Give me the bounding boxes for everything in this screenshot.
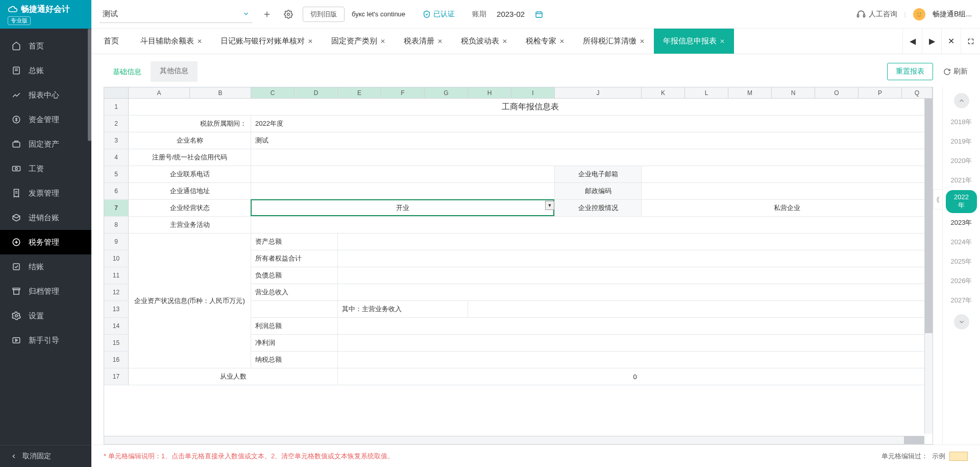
cell[interactable]: 企业控股情况 <box>555 200 642 216</box>
tab-taxlist[interactable]: 税表清册✕ <box>395 29 452 54</box>
tab-closeall[interactable]: ✕ <box>941 29 961 54</box>
tab-fullscreen[interactable] <box>961 29 980 54</box>
col-header[interactable]: A <box>129 87 190 98</box>
tab-home[interactable]: 首页 <box>91 29 131 54</box>
year-item[interactable]: 2027年 <box>943 291 980 310</box>
reset-button[interactable]: 重置报表 <box>887 63 933 80</box>
verified-badge[interactable]: 已认证 <box>423 10 455 19</box>
add-button[interactable] <box>260 7 274 21</box>
nav-home[interactable]: 首页 <box>0 34 91 58</box>
cell[interactable]: 测试 <box>251 132 933 149</box>
cell[interactable]: 资产总额 <box>251 233 338 250</box>
nav-report[interactable]: 报表中心 <box>0 83 91 107</box>
year-item[interactable]: 2019年 <box>943 132 980 151</box>
col-header[interactable]: O <box>815 87 859 98</box>
nav-archive[interactable]: 归档管理 <box>0 279 91 303</box>
support-link[interactable]: 人工咨询 <box>856 10 897 19</box>
col-header[interactable]: C <box>251 87 295 98</box>
year-item[interactable]: 2022年 <box>946 190 977 213</box>
tab-close-icon[interactable]: ✕ <box>197 38 202 45</box>
cell[interactable] <box>338 352 933 368</box>
nav-ledger[interactable]: 总账 <box>0 58 91 83</box>
nav-asset[interactable]: 固定资产 <box>0 132 91 156</box>
col-header[interactable]: L <box>685 87 728 98</box>
tab-close-icon[interactable]: ✕ <box>502 38 507 45</box>
cell[interactable] <box>251 301 338 317</box>
col-header[interactable]: F <box>381 87 425 98</box>
gear-button[interactable] <box>281 7 296 21</box>
cell[interactable]: 企业联系电话 <box>129 166 251 182</box>
cell[interactable] <box>642 166 933 182</box>
nav-tax[interactable]: 税务管理 <box>0 230 91 254</box>
year-item[interactable]: 2021年 <box>943 171 980 190</box>
sidebar-unpin[interactable]: 取消固定 <box>0 445 91 467</box>
year-item[interactable]: 2024年 <box>943 232 980 252</box>
col-header[interactable]: D <box>295 87 338 98</box>
avatar[interactable] <box>913 8 925 20</box>
cell[interactable]: 企业通信地址 <box>129 183 251 199</box>
cell[interactable]: 其中：主营业务收入 <box>338 301 468 317</box>
cell[interactable] <box>338 335 933 351</box>
cell[interactable]: 企业经营状态 <box>129 200 251 216</box>
cell[interactable] <box>251 183 555 199</box>
calendar-icon[interactable] <box>535 10 543 18</box>
tab-close-icon[interactable]: ✕ <box>380 38 385 45</box>
year-item[interactable]: 2018年 <box>943 112 980 132</box>
subtab-basic[interactable]: 基础信息 <box>104 61 151 82</box>
nav-invoice[interactable]: 发票管理 <box>0 181 91 205</box>
year-item[interactable]: 2026年 <box>943 271 980 291</box>
cell[interactable]: 注册号/统一社会信用代码 <box>129 149 251 166</box>
subtab-other[interactable]: 其他信息 <box>151 61 198 82</box>
sheet-vscrollbar[interactable] <box>924 99 933 434</box>
tab-annualreport[interactable]: 年报信息申报表✕ <box>654 29 734 54</box>
cell[interactable] <box>338 284 933 300</box>
tab-close-icon[interactable]: ✕ <box>559 38 565 45</box>
cell[interactable] <box>251 217 933 233</box>
account-select[interactable]: 测试 <box>100 6 253 23</box>
refresh-button[interactable]: 刷新 <box>943 67 968 76</box>
cell[interactable] <box>642 183 933 199</box>
col-header[interactable]: G <box>425 87 468 98</box>
year-item[interactable]: 2023年 <box>943 213 980 232</box>
col-header[interactable]: B <box>190 87 251 98</box>
tab-close-icon[interactable]: ✕ <box>640 38 645 45</box>
cell[interactable] <box>338 233 933 250</box>
tab-next[interactable]: ▶ <box>922 29 941 54</box>
cell[interactable]: 所有者权益合计 <box>251 250 338 267</box>
cell[interactable] <box>468 301 933 317</box>
col-header[interactable]: Q <box>902 87 933 98</box>
cell[interactable]: 从业人数 <box>129 368 338 385</box>
tab-close-icon[interactable]: ✕ <box>437 38 443 45</box>
cell[interactable] <box>251 166 555 182</box>
col-header[interactable]: J <box>555 87 642 98</box>
cell[interactable]: 营业总收入 <box>251 284 338 300</box>
year-item[interactable]: 2025年 <box>943 252 980 271</box>
cell[interactable]: 纳税总额 <box>251 352 338 368</box>
tab-close-icon[interactable]: ✕ <box>308 38 313 45</box>
sidebar-scrollbar[interactable] <box>87 0 91 467</box>
col-header[interactable]: I <box>511 87 555 98</box>
dropdown-handle[interactable]: ▼ <box>545 201 554 210</box>
year-collapse[interactable]: ⟪ <box>933 189 942 209</box>
nav-closebooks[interactable]: 结账 <box>0 254 91 279</box>
tab-balance[interactable]: 斗目辅助余额表✕ <box>131 29 211 54</box>
nav-salary[interactable]: 工资 <box>0 156 91 181</box>
year-down[interactable] <box>954 314 969 330</box>
year-item[interactable]: 2020年 <box>943 151 980 171</box>
cell[interactable] <box>338 267 933 284</box>
cell[interactable]: 负债总额 <box>251 267 338 284</box>
period-value[interactable]: 2023-02 <box>497 10 525 18</box>
col-header[interactable]: N <box>772 87 815 98</box>
cell[interactable] <box>338 318 933 334</box>
cell[interactable] <box>338 250 933 267</box>
nav-inventory[interactable]: 进销台账 <box>0 205 91 230</box>
tab-taxfluct[interactable]: 税负波动表✕ <box>452 29 517 54</box>
cell[interactable]: 利润总额 <box>251 318 338 334</box>
col-header[interactable]: M <box>728 87 772 98</box>
cell[interactable]: 0 <box>338 368 933 385</box>
tab-close-icon[interactable]: ✕ <box>720 38 725 45</box>
tab-assetcat[interactable]: 固定资产类别✕ <box>322 29 395 54</box>
tab-bankrecon[interactable]: 日记账与银行对账单核对✕ <box>211 29 322 54</box>
spreadsheet[interactable]: ABCDEFGHIJKLMNOPQ1工商年报信息表2税款所属期间：2022年度3… <box>104 87 933 445</box>
nav-fund[interactable]: 资金管理 <box>0 107 91 132</box>
